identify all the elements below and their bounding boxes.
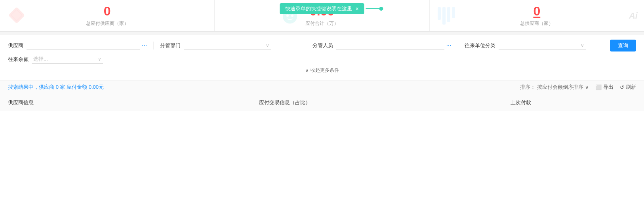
- shortcut-tooltip: 快速录单的快捷键说明在这里 ×: [280, 3, 364, 14]
- bar3: [447, 7, 450, 22]
- balance-label: 往来余额: [8, 56, 29, 63]
- department-chevron-down-icon: ∨: [266, 43, 269, 48]
- balance-select-placeholder: 选择...: [33, 55, 98, 63]
- refresh-icon: ↺: [620, 84, 624, 90]
- person-dots-btn[interactable]: ···: [446, 42, 451, 49]
- tooltip-text: 快速录单的快捷键说明在这里: [285, 5, 352, 12]
- result-bar: 搜索结果中，供应商 0 家 应付金额 0.00元 排序： 按应付会额倒序排序 ∨…: [0, 80, 644, 94]
- collapse-btn[interactable]: ∧ 收起更多条件: [8, 67, 636, 74]
- payable-suppliers-number: 0: [104, 4, 111, 18]
- stat-total-suppliers: 0 总供应商（家） Ai: [430, 0, 644, 31]
- filter-row-1: 供应商 ··· 分管部门 ∨ 分管人员 ··· 往来单位分类 ∨: [8, 40, 636, 51]
- refresh-button[interactable]: ↺ 刷新: [620, 84, 636, 91]
- table-body: [0, 111, 644, 204]
- result-supplier-suffix: 家: [60, 84, 65, 90]
- tooltip-close-button[interactable]: ×: [355, 6, 358, 11]
- export-icon: ⬜: [595, 84, 602, 90]
- stat-payable-total: 0.00 应付合计（万） 快速录单的快捷键说明在这里 ×: [215, 0, 429, 31]
- total-suppliers-number: 0: [533, 4, 540, 18]
- supplier-input[interactable]: [27, 42, 140, 50]
- department-filter: 分管部门 ∨: [160, 42, 299, 50]
- supplier-filter: 供应商 ···: [8, 42, 147, 50]
- chevron-up-icon: ∧: [305, 68, 309, 73]
- diamond-watermark: [8, 6, 25, 25]
- result-amount-value: 0.00元: [89, 84, 104, 90]
- unit-category-chevron-down-icon: ∨: [581, 43, 584, 48]
- result-supplier-count: 0: [56, 84, 59, 90]
- query-button[interactable]: 查询: [610, 40, 636, 51]
- bar4: [452, 7, 455, 18]
- sort-label: 排序：: [520, 84, 535, 91]
- bar-chart-watermark: [438, 7, 455, 25]
- sort-control[interactable]: 排序： 按应付会额倒序排序 ∨: [520, 84, 589, 91]
- divider3: [458, 42, 458, 50]
- svg-point-6: [291, 14, 293, 17]
- divider2: [306, 42, 306, 50]
- divider1: [153, 42, 154, 50]
- table-container: 供应商信息 应付交易信息（占比） 上次付款: [0, 94, 644, 204]
- department-select[interactable]: ∨: [184, 42, 271, 50]
- filter-bar: 供应商 ··· 分管部门 ∨ 分管人员 ··· 往来单位分类 ∨: [0, 35, 644, 80]
- supplier-dots-btn[interactable]: ···: [142, 42, 147, 49]
- payable-suppliers-label: 总应付供应商（家）: [86, 20, 129, 27]
- refresh-label: 刷新: [626, 84, 636, 91]
- table-header: 供应商信息 应付交易信息（占比） 上次付款: [0, 94, 644, 111]
- tooltip-dot: [379, 7, 383, 11]
- table-col-supplier-info: 供应商信息: [8, 99, 259, 106]
- department-label: 分管部门: [160, 42, 181, 49]
- ai-badge: Ai: [629, 11, 638, 21]
- sort-value: 按应付会额倒序排序: [537, 84, 583, 91]
- query-btn-wrapper: 查询: [610, 40, 636, 51]
- result-actions: 排序： 按应付会额倒序排序 ∨ ⬜ 导出 ↺ 刷新: [520, 84, 636, 91]
- person-label: 分管人员: [312, 42, 333, 49]
- export-button[interactable]: ⬜ 导出: [595, 84, 614, 91]
- unit-category-filter: 往来单位分类 ∨: [465, 42, 604, 50]
- unit-category-select[interactable]: ∨: [499, 42, 586, 50]
- table-col-transaction-info: 应付交易信息（占比）: [259, 99, 510, 106]
- bar1: [438, 7, 441, 20]
- svg-point-5: [286, 14, 289, 17]
- collapse-btn-label: 收起更多条件: [311, 67, 339, 74]
- filter-row-2: 往来余额 选择... ∨: [8, 55, 636, 64]
- sort-chevron-down-icon: ∨: [585, 84, 589, 90]
- bar2: [442, 7, 446, 25]
- balance-select[interactable]: 选择... ∨: [32, 55, 103, 64]
- balance-filter: 往来余额 选择... ∨: [8, 55, 636, 64]
- supplier-label: 供应商: [8, 42, 23, 49]
- payable-total-label: 应付合计（万）: [305, 20, 339, 27]
- result-text-prefix: 搜索结果中，供应商: [8, 84, 54, 90]
- balance-chevron-down-icon: ∨: [98, 56, 101, 62]
- person-input[interactable]: [336, 42, 445, 50]
- person-filter: 分管人员 ···: [312, 42, 452, 50]
- stat-total-payable-suppliers: 0 总应付供应商（家）: [0, 0, 215, 31]
- table-col-last-payment: 上次付款: [511, 99, 636, 106]
- result-amount-prefix: 应付金额: [67, 84, 87, 90]
- export-label: 导出: [603, 84, 614, 91]
- total-suppliers-label: 总供应商（家）: [520, 20, 553, 27]
- unit-category-label: 往来单位分类: [465, 42, 495, 49]
- result-info: 搜索结果中，供应商 0 家 应付金额 0.00元: [8, 84, 104, 91]
